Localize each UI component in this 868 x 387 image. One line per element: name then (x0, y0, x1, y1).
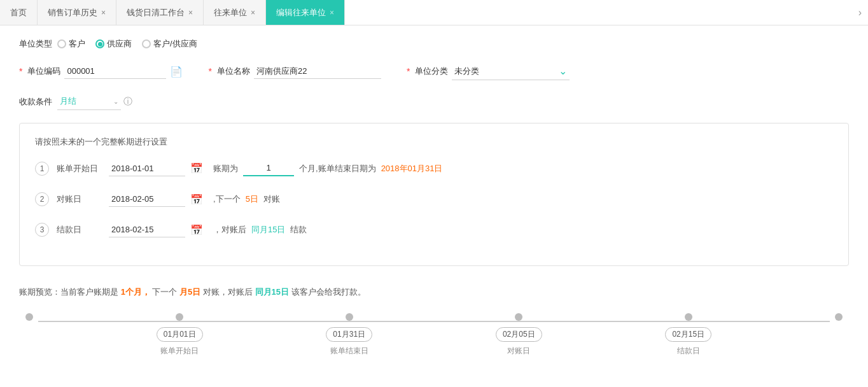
tab-sales-history[interactable]: 销售订单历史 × (38, 0, 116, 25)
unit-category-label: 单位分类 (415, 66, 448, 77)
tab-label: 首页 (10, 7, 27, 18)
help-icon[interactable]: ⓘ (123, 96, 132, 108)
radio-label-supplier: 供应商 (107, 38, 132, 50)
unit-type-row: 单位类型 客户 供应商 客户/供应商 (19, 38, 849, 50)
step-label-2: 对账日 (57, 194, 101, 205)
tab-more-button[interactable]: › (852, 0, 868, 25)
payment-terms-row: 收款条件 月结 ⌄ ⓘ (19, 93, 849, 110)
unit-code-icon[interactable]: 📄 (170, 66, 183, 78)
tab-edit-partner[interactable]: 编辑往来单位 × (266, 0, 345, 25)
preview-text: 账期预览：当前客户账期是 1个月， 下一个 月5日 对账，对账后 同月15日 该… (19, 286, 849, 298)
step-date-input-1[interactable] (109, 161, 185, 176)
timeline-point-4: 02月15日 结款日 (665, 313, 711, 356)
tab-close-icon[interactable]: × (330, 8, 334, 17)
unit-category-dropdown[interactable]: 未分类 ⌄ (452, 62, 570, 80)
preview-section: 账期预览：当前客户账期是 1个月， 下一个 月5日 对账，对账后 同月15日 该… (19, 276, 849, 356)
unit-category-group: * 单位分类 未分类 ⌄ (407, 62, 570, 80)
step-suffix-text-1: 个月,账单结束日期为 (299, 163, 376, 174)
radio-supplier[interactable]: 供应商 (95, 38, 132, 50)
tab-label: 销售订单历史 (48, 7, 97, 18)
timeline-end-dot (835, 313, 843, 327)
radio-customer[interactable]: 客户 (57, 38, 85, 50)
tl-dot-3 (515, 313, 522, 321)
step-number-2: 2 (35, 192, 49, 206)
step-suffix-2: 对账 (263, 194, 280, 205)
radio-label-both: 客户/供应商 (153, 38, 197, 50)
cal-icon-3[interactable]: 📅 (190, 224, 203, 236)
cal-icon-2[interactable]: 📅 (190, 194, 203, 206)
timeline-point-2: 01月31日 账单结束日 (326, 313, 372, 356)
tl-desc-3: 对账日 (507, 346, 530, 356)
unit-type-label: 单位类型 (19, 38, 52, 50)
tl-badge-3: 02月05日 (496, 327, 542, 342)
tl-badge-4: 02月15日 (665, 327, 711, 342)
tab-partner[interactable]: 往来单位 × (204, 0, 266, 25)
unit-name-input[interactable] (254, 64, 381, 79)
tl-badge-2: 01月31日 (326, 327, 372, 342)
tab-close-icon[interactable]: × (101, 8, 106, 17)
tab-bar: 首页 销售订单历史 × 钱货日清工作台 × 往来单位 × 编辑往来单位 × › (0, 0, 868, 25)
timeline-wrapper: 01月01日 账单开始日 01月31日 账单结束日 02月05日 对账日 (19, 313, 849, 356)
card-title: 请按照未来的一个完整帐期进行设置 (35, 136, 833, 148)
unit-code-group: * 单位编码 📄 (19, 64, 183, 79)
tab-home[interactable]: 首页 (0, 0, 38, 25)
tab-cash-work[interactable]: 钱货日清工作台 × (116, 0, 204, 25)
timeline-point-1: 01月01日 账单开始日 (157, 313, 203, 356)
main-content: 单位类型 客户 供应商 客户/供应商 * 单位编码 📄 * (0, 25, 868, 387)
preview-day-highlight2: 同月15日 (255, 287, 289, 297)
tl-badge-1: 01月01日 (157, 327, 203, 342)
preview-period-highlight: 1个月， (121, 287, 150, 297)
step-label-3: 结款日 (57, 224, 101, 236)
preview-label: 账期预览：当前客户账期是 (19, 287, 118, 297)
preview-text3: 对账，对账后 (203, 287, 253, 297)
payment-terms-value: 月结 (60, 95, 111, 107)
preview-day-highlight: 月5日 (179, 287, 200, 297)
timeline-nodes: 01月01日 账单开始日 01月31日 账单结束日 02月05日 对账日 (25, 313, 843, 356)
step-number-1: 1 (35, 162, 49, 176)
step-day-highlight-3: 同月15日 (251, 224, 285, 236)
step-prefix-3: ，对账后 (213, 224, 246, 236)
step-day-highlight-2: 5日 (246, 194, 258, 205)
dropdown-arrow-icon: ⌄ (559, 65, 567, 77)
timeline-point-3: 02月05日 对账日 (496, 313, 542, 356)
unit-code-label: 单位编码 (27, 66, 60, 77)
tl-dot-1 (176, 313, 183, 321)
tab-close-icon[interactable]: × (188, 8, 193, 17)
tl-desc-1: 账单开始日 (160, 346, 199, 356)
tl-dot-start (25, 313, 33, 321)
step-suffix-3: 结款 (290, 224, 307, 236)
payment-terms-dropdown[interactable]: 月结 ⌄ (57, 93, 121, 110)
step-row-3: 3 结款日 📅 ，对账后 同月15日 结款 (35, 222, 833, 237)
tl-dot-end (835, 313, 843, 321)
cal-icon-1[interactable]: 📅 (190, 162, 203, 174)
preview-text4: 该客户会给我打款。 (291, 287, 366, 297)
required-star: * (19, 66, 22, 76)
radio-circle-supplier (95, 39, 104, 48)
tab-close-icon[interactable]: × (251, 8, 255, 17)
step-end-date-1: 2018年01月31日 (381, 163, 443, 174)
step-prefix-2: ,下一个 (213, 194, 241, 205)
unit-code-input[interactable] (64, 64, 166, 79)
step-mid-text-1: 账期为 (213, 163, 238, 174)
payment-terms-label: 收款条件 (19, 96, 52, 108)
unit-info-row: * 单位编码 📄 * 单位名称 * 单位分类 未分类 ⌄ (19, 62, 849, 80)
step-label-1: 账单开始日 (57, 163, 101, 174)
preview-text2: 下一个 (152, 287, 177, 297)
step-row-1: 1 账单开始日 📅 账期为 个月,账单结束日期为 2018年01月31日 (35, 160, 833, 176)
required-star: * (208, 66, 211, 76)
step-date-input-2[interactable] (109, 192, 185, 207)
timeline-start-dot (25, 313, 33, 327)
step-row-2: 2 对账日 📅 ,下一个 5日 对账 (35, 192, 833, 207)
period-input-1[interactable] (243, 160, 294, 176)
tl-desc-4: 结款日 (677, 346, 700, 356)
tab-label: 往来单位 (214, 7, 247, 18)
tl-dot-4 (685, 313, 692, 321)
step-date-input-3[interactable] (109, 222, 185, 237)
dropdown-arrow-icon: ⌄ (113, 98, 118, 105)
radio-circle-both (142, 39, 151, 48)
radio-both[interactable]: 客户/供应商 (142, 38, 197, 50)
settings-card: 请按照未来的一个完整帐期进行设置 1 账单开始日 📅 账期为 个月,账单结束日期… (19, 123, 849, 266)
unit-category-value: 未分类 (454, 66, 556, 77)
radio-circle-customer (57, 39, 66, 48)
step-number-3: 3 (35, 223, 49, 237)
